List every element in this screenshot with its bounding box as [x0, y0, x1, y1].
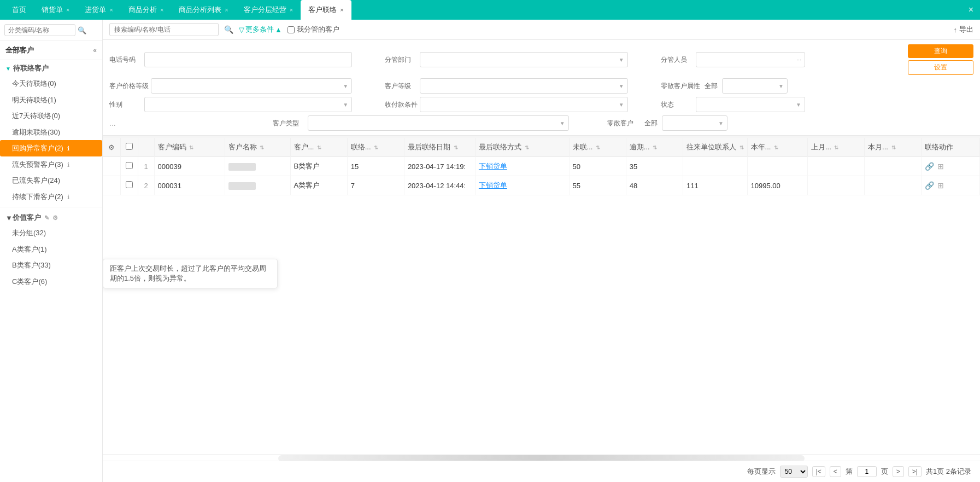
td-row2-unit-contact: 111	[683, 176, 747, 195]
export-button[interactable]: ↑ 导出	[954, 25, 974, 34]
row1-link-icon[interactable]: 🔗	[925, 162, 934, 171]
sidebar-collapse-icon[interactable]: «	[93, 47, 97, 54]
horizontal-scrollbar[interactable]	[103, 454, 980, 461]
per-page-select[interactable]: 50 100 200	[780, 466, 808, 478]
sort-unit-contact-icon[interactable]: ⇅	[740, 144, 744, 150]
sidebar-item-c-class[interactable]: C类客户(6)	[0, 274, 102, 290]
sort-last-month-icon[interactable]: ⇅	[834, 144, 838, 150]
table-row: 1 000039 B类客户 15 2023-04-17 14:19: 下销货单 …	[103, 157, 980, 176]
row1-grid-icon[interactable]: ⊞	[937, 162, 944, 171]
gear-icon[interactable]: ⚙	[108, 143, 115, 152]
nav-item-analysis[interactable]: 商品分析 ×	[121, 0, 171, 20]
nav-item-sales[interactable]: 销货单 ×	[34, 0, 77, 20]
td-row1-last-date: 2023-04-17 14:19:	[404, 157, 475, 176]
filter-payment-select[interactable]: ▼	[420, 97, 627, 112]
nav-item-analysis-list[interactable]: 商品分析列表 ×	[171, 0, 236, 20]
sort-contact-icon[interactable]: ⇅	[374, 144, 378, 150]
nav-item-purchase[interactable]: 进货单 ×	[77, 0, 120, 20]
filter-more-caret: ▲	[275, 26, 282, 34]
nav-close-analysis-list[interactable]: ×	[225, 7, 228, 13]
nav-close-sales[interactable]: ×	[66, 7, 69, 13]
sort-name-icon[interactable]: ⇅	[260, 144, 264, 150]
sort-overdue-icon[interactable]: ⇅	[653, 144, 657, 150]
filter-person-select[interactable]: ···	[696, 52, 805, 67]
th-category: 客户... ⇅	[290, 138, 347, 157]
sidebar-search-icon[interactable]: 🔍	[78, 26, 86, 34]
row1-last-method-link[interactable]: 下销货单	[479, 162, 507, 170]
nav-close-purchase[interactable]: ×	[109, 7, 113, 13]
row2-grid-icon[interactable]: ⊞	[937, 181, 944, 190]
sidebar-item-churn-warning[interactable]: 流失预警客户(3) ℹ	[0, 156, 102, 173]
nav-item-customer-contact[interactable]: 客户联络 ×	[301, 0, 351, 20]
sidebar-item-declining[interactable]: 持续下滑客户(2) ℹ	[0, 189, 102, 205]
sidebar-config-icon[interactable]: ⚙	[52, 214, 58, 222]
nav-close-all-button[interactable]: ×	[969, 5, 973, 15]
first-page-button[interactable]: |<	[812, 466, 825, 477]
nav-item-home[interactable]: 首页	[4, 0, 34, 20]
th-name: 客户名称 ⇅	[225, 138, 290, 157]
query-button[interactable]: 查询	[908, 44, 973, 58]
row1-checkbox[interactable]	[126, 162, 133, 169]
sidebar-item-abnormal[interactable]: 回购异常客户(2) ℹ	[0, 140, 102, 156]
nav-close-customer-contact[interactable]: ×	[340, 7, 343, 13]
search-button[interactable]: 🔍	[224, 25, 233, 34]
sort-code-icon[interactable]: ⇅	[189, 144, 193, 150]
td-row1-code: 000039	[154, 157, 225, 176]
sidebar-item-overdue[interactable]: 逾期未联络(30)	[0, 124, 102, 141]
filter-customer-type-select[interactable]: ▼	[308, 115, 569, 131]
nav-close-customer-tier[interactable]: ×	[290, 7, 293, 13]
sidebar-item-ungrouped[interactable]: 未分组(32)	[0, 225, 102, 241]
sidebar-search-input[interactable]	[4, 24, 75, 36]
td-row2-this-month	[865, 176, 922, 195]
search-input[interactable]	[109, 23, 219, 36]
sort-last-method-icon[interactable]: ⇅	[525, 144, 529, 150]
sidebar-item-a-class[interactable]: A类客户(1)	[0, 241, 102, 258]
prev-page-button[interactable]: <	[830, 466, 841, 477]
filter-gender-select[interactable]: ▼	[144, 97, 352, 112]
filter-customer-grade-field: 客户等级 ▼	[385, 78, 627, 94]
next-page-button[interactable]: >	[893, 466, 904, 477]
td-row2-name	[225, 176, 290, 195]
sidebar-item-b-class[interactable]: B类客户(33)	[0, 257, 102, 274]
th-this-month: 本月... ⇅	[865, 138, 922, 157]
gender-caret: ▼	[343, 102, 348, 108]
sidebar-all-customers-header[interactable]: 全部客户 «	[0, 41, 102, 60]
sort-category-icon[interactable]: ⇅	[317, 144, 321, 150]
sort-this-month-icon[interactable]: ⇅	[891, 144, 896, 150]
last-page-button[interactable]: >|	[908, 466, 922, 477]
filter-phone-input[interactable]	[144, 52, 352, 67]
sidebar-item-7days[interactable]: 近7天待联络(0)	[0, 108, 102, 124]
filter-status-select[interactable]: ▼	[696, 97, 805, 112]
filter-phone-field: 电话号码	[109, 52, 352, 67]
nav-item-customer-tier[interactable]: 客户分层经营 ×	[236, 0, 301, 20]
sidebar-edit-icon[interactable]: ✎	[44, 214, 49, 222]
filter-price-grade-select[interactable]: ▼	[151, 78, 352, 94]
row2-last-method-link[interactable]: 下销货单	[479, 181, 507, 189]
select-all-checkbox[interactable]	[126, 143, 133, 150]
filter-customer-grade-select[interactable]: ▼	[420, 78, 627, 94]
sort-last-date-icon[interactable]: ⇅	[454, 144, 458, 150]
sidebar-item-today[interactable]: 今天待联络(0)	[0, 76, 102, 92]
settings-button[interactable]: 设置	[908, 60, 973, 75]
filter-retail-customer-select[interactable]: ▼	[662, 115, 727, 131]
td-row1-unit-contact	[683, 157, 747, 176]
sort-this-year-icon[interactable]: ⇅	[774, 144, 778, 150]
row2-checkbox[interactable]	[126, 181, 133, 188]
filter-extra-dots[interactable]: ...	[109, 119, 116, 127]
td-row1-contact: 15	[347, 157, 404, 176]
sidebar-item-churned[interactable]: 已流失客户(24)	[0, 172, 102, 189]
filter-row-3: 性别 ▼ 收付款条件 ▼ 状态 ▼	[109, 97, 973, 112]
nav-close-analysis[interactable]: ×	[160, 7, 163, 13]
filter-retail-attr-select[interactable]: ▼	[722, 78, 788, 94]
filter-payment-field: 收付款条件 ▼	[385, 97, 627, 112]
sidebar-item-tomorrow[interactable]: 明天待联络(1)	[0, 92, 102, 108]
my-customers-checkbox[interactable]	[287, 26, 295, 33]
row2-link-icon[interactable]: 🔗	[925, 181, 934, 190]
filter-more-conditions[interactable]: ▽ 更多条件 ▲	[239, 25, 282, 34]
person-caret: ···	[797, 57, 801, 63]
page-input[interactable]	[857, 466, 877, 477]
sort-uncontact-icon[interactable]: ⇅	[596, 144, 600, 150]
filter-customer-type-field: 客户类型 ▼	[273, 115, 569, 131]
th-contact: 联络... ⇅	[347, 138, 404, 157]
filter-dept-select[interactable]: ▼	[420, 52, 627, 67]
